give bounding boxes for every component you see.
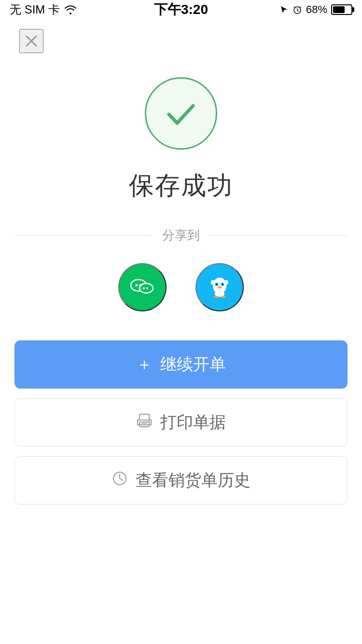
wifi-icon [64,5,77,14]
qq-icon [205,273,234,302]
printer-icon [136,412,153,433]
success-icon [145,77,217,150]
wechat-icon [128,273,157,302]
history-label: 查看销货单历史 [136,469,251,491]
action-buttons: ＋ 继续开单 打印单据 [14,340,348,504]
svg-point-25 [148,421,150,422]
battery-percentage: 68% [306,3,327,16]
status-carrier: 无 SIM 卡 [10,2,77,17]
svg-point-8 [143,287,145,289]
share-icons [118,263,244,311]
battery-indicator [331,4,352,15]
svg-point-9 [146,287,148,289]
status-time: 下午3:20 [154,0,208,19]
divider-left [14,235,153,236]
status-bar: 无 SIM 卡 下午3:20 68% [0,0,362,19]
divider-right [209,235,348,236]
alarm-icon [292,5,302,14]
share-qq-button[interactable] [195,263,244,311]
continue-label: 继续开单 [160,353,226,376]
svg-rect-21 [139,414,149,420]
success-title: 保存成功 [129,169,233,203]
plus-icon: ＋ [136,353,153,376]
svg-point-15 [222,284,223,285]
location-icon [280,5,289,14]
svg-point-6 [136,284,138,287]
continue-button[interactable]: ＋ 继续开单 [14,340,348,389]
svg-point-17 [213,296,218,298]
share-divider: 分享到 [14,227,348,244]
carrier-text: 无 SIM 卡 [10,2,60,17]
svg-line-28 [120,478,123,480]
print-label: 打印单据 [160,411,226,434]
main-content: 保存成功 分享到 [0,19,362,644]
svg-point-20 [224,280,228,285]
share-wechat-button[interactable] [118,263,167,311]
svg-point-19 [211,280,215,285]
history-button[interactable]: 查看销货单历史 [14,456,348,504]
svg-point-16 [218,286,222,289]
print-button[interactable]: 打印单据 [14,398,348,447]
clock-icon [111,470,128,490]
svg-point-7 [139,284,142,287]
svg-point-14 [216,284,218,285]
status-indicators: 68% [280,3,352,16]
share-label: 分享到 [162,227,200,244]
close-button[interactable] [19,29,43,53]
svg-point-18 [221,296,226,298]
